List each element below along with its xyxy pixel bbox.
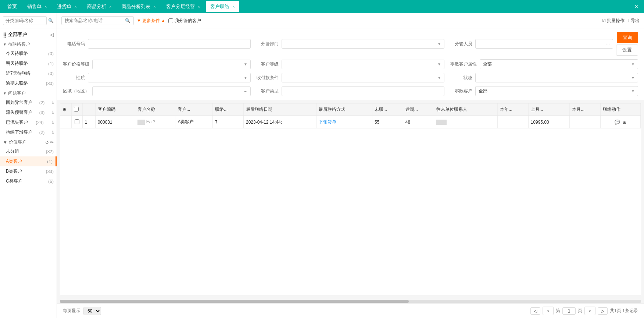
retail-customer-select[interactable]: 全部 ▼ xyxy=(475,86,638,96)
td-code[interactable]: 000031 xyxy=(95,116,135,128)
nav-tab-customer-contact[interactable]: 客户联络 × xyxy=(206,1,239,12)
th-type[interactable]: 客户... xyxy=(175,103,213,116)
sidebar-search-icon[interactable]: 🔍 xyxy=(48,18,54,23)
more-filter-button[interactable]: ▼ 更多条件 ▲ xyxy=(137,18,165,24)
contact-chat-icon[interactable]: 💬 xyxy=(615,120,620,125)
sidebar-item-b-class[interactable]: B类客户 (33) xyxy=(0,166,57,176)
setting-button[interactable]: 设置 xyxy=(616,45,638,56)
region-select[interactable]: ··· xyxy=(92,86,251,96)
scrollbar-thumb[interactable] xyxy=(60,300,409,303)
nav-tab-customer-mgmt[interactable]: 客户分层经营 × xyxy=(162,1,204,12)
th-last-contact-way[interactable]: 最后联络方式 xyxy=(316,103,372,116)
sidebar-item-churned[interactable]: 已流失客户 (24) ℹ xyxy=(0,117,57,127)
sidebar-item-7days[interactable]: 近7天待联络 (0) xyxy=(0,68,57,78)
th-company-contact[interactable]: 往来单位联系人 xyxy=(434,103,497,116)
sidebar-item-repurchase[interactable]: 回购异常客户 (2) ℹ xyxy=(0,98,57,107)
td-contact-action[interactable]: 💬 ⊞ xyxy=(601,116,641,128)
payment-select[interactable]: ▼ xyxy=(282,73,444,82)
th-overdue[interactable]: 逾期... xyxy=(403,103,434,116)
th-last-month[interactable]: 上月... xyxy=(528,103,570,116)
search-submit-icon[interactable]: 🔍 xyxy=(125,18,130,23)
filter-phone: 电话号码 xyxy=(63,32,251,56)
th-settings[interactable]: ⚙ xyxy=(60,103,71,116)
my-customer-checkbox-label[interactable]: 我分管的客户 xyxy=(168,18,201,24)
td-check[interactable] xyxy=(71,116,82,128)
settings-gear-icon[interactable]: ⚙ xyxy=(62,107,67,112)
close-purchase-tab[interactable]: × xyxy=(74,4,76,9)
th-code[interactable]: 客户编码 xyxy=(95,103,135,116)
sidebar-item-a-class[interactable]: A类客户 (1) xyxy=(0,156,57,166)
sidebar-search-input[interactable] xyxy=(3,16,47,25)
filter-nature: 性质 ▼ xyxy=(63,73,251,82)
nav-home[interactable]: 首页 xyxy=(3,1,21,12)
my-customer-checkbox[interactable] xyxy=(168,18,173,23)
sidebar: 🔍 ⣿ 全部客户 ◁ ▼ 待联络客户 今天待联络 (0) 明天待联络 (1) 近… xyxy=(0,13,57,318)
sidebar-item-c-class[interactable]: C类客户 (6) xyxy=(0,176,57,186)
sidebar-item-ungrouped[interactable]: 未分组 (32) xyxy=(0,146,57,156)
sidebar-item-declining[interactable]: 持续下滑客户 (2) ℹ xyxy=(0,127,57,137)
payment-caret-icon: ▼ xyxy=(437,76,441,80)
all-customers-header[interactable]: ⣿ 全部客户 ◁ xyxy=(0,28,57,39)
close-product-list-tab[interactable]: × xyxy=(153,4,155,9)
query-button[interactable]: 查询 xyxy=(617,32,638,43)
filter-customer-type: 客户类型 xyxy=(257,86,444,96)
info-icon-churn: ℹ xyxy=(52,110,54,115)
select-all-checkbox[interactable] xyxy=(74,107,79,112)
td-index: 1 xyxy=(82,116,95,128)
th-checkbox[interactable] xyxy=(71,103,82,116)
filter-icon: ▼ xyxy=(137,18,141,23)
dept-select[interactable]: ▼ xyxy=(282,39,444,49)
customer-type-select[interactable] xyxy=(282,86,444,96)
sidebar-item-churn-warning[interactable]: 流失预警客户 (3) ℹ xyxy=(0,107,57,117)
page-unit: 页 xyxy=(578,308,582,314)
status-select[interactable]: ▼ xyxy=(475,73,638,82)
th-contact-action[interactable]: 联络动作 xyxy=(601,103,641,116)
nature-select[interactable]: ▼ xyxy=(88,73,251,82)
sidebar-item-overdue[interactable]: 逾期未联络 (30) xyxy=(0,78,57,88)
close-customer-mgmt-tab[interactable]: × xyxy=(198,4,200,9)
value-group-edit-icon[interactable]: ✏ xyxy=(50,140,54,145)
person-select[interactable]: ··· xyxy=(475,39,613,49)
th-contact[interactable]: 联络... xyxy=(213,103,244,116)
customer-level-select[interactable]: ▼ xyxy=(282,60,444,69)
first-page-button[interactable]: ◁ xyxy=(530,307,540,315)
td-settings xyxy=(60,116,71,128)
horizontal-scrollbar[interactable] xyxy=(57,299,644,303)
export-button[interactable]: ↑ 导出 xyxy=(627,18,640,24)
row-checkbox[interactable] xyxy=(75,119,79,124)
nav-tab-product-list[interactable]: 商品分析列表 × xyxy=(117,1,160,12)
close-sales-tab[interactable]: × xyxy=(44,4,47,9)
th-name[interactable]: 客户名称 xyxy=(135,103,175,116)
page-size-select[interactable]: 50 xyxy=(83,307,101,315)
nav-tab-sales[interactable]: 销售单 × xyxy=(23,1,51,12)
td-last-contact-way[interactable]: 下销货单 xyxy=(316,116,372,128)
sidebar-collapse-icon[interactable]: ◁ xyxy=(50,32,54,38)
contact-link-icon[interactable]: ⊞ xyxy=(623,120,626,125)
prev-page-button[interactable]: ＜ xyxy=(543,307,554,315)
sidebar-item-today[interactable]: 今天待联络 (0) xyxy=(0,49,57,59)
filter-action-buttons: 查询 设置 xyxy=(616,32,638,56)
nav-tab-purchase[interactable]: 进货单 × xyxy=(53,1,81,12)
retail-attr-select[interactable]: 全部 ▼ xyxy=(480,59,638,69)
value-group-refresh-icon[interactable]: ↺ xyxy=(45,140,49,145)
scrollbar-track[interactable] xyxy=(60,300,641,303)
search-input[interactable] xyxy=(65,18,124,23)
status-caret-icon: ▼ xyxy=(631,76,635,80)
th-this-month[interactable]: 本月... xyxy=(570,103,601,116)
sidebar-item-tomorrow[interactable]: 明天待联络 (1) xyxy=(0,59,57,68)
td-name[interactable]: Ea ? xyxy=(135,116,175,128)
nav-tab-product-analysis[interactable]: 商品分析 × xyxy=(83,1,116,12)
phone-input[interactable] xyxy=(88,39,251,49)
close-product-analysis-tab[interactable]: × xyxy=(109,4,111,9)
batch-operation-button[interactable]: ☑ 批量操作 xyxy=(602,18,625,24)
price-level-select[interactable]: ▼ xyxy=(92,60,251,69)
close-customer-contact-tab[interactable]: × xyxy=(232,4,235,9)
last-page-button[interactable]: ▷ xyxy=(598,307,608,315)
th-last-contact-date[interactable]: 最后联络日期 xyxy=(244,103,316,116)
filter-caret-icon: ▲ xyxy=(161,18,165,23)
close-all-button[interactable]: × xyxy=(632,2,641,11)
page-input[interactable] xyxy=(562,307,576,315)
th-this-year[interactable]: 本年... xyxy=(497,103,528,116)
next-page-button[interactable]: ＞ xyxy=(584,307,595,315)
th-no-contact[interactable]: 未联... xyxy=(372,103,403,116)
